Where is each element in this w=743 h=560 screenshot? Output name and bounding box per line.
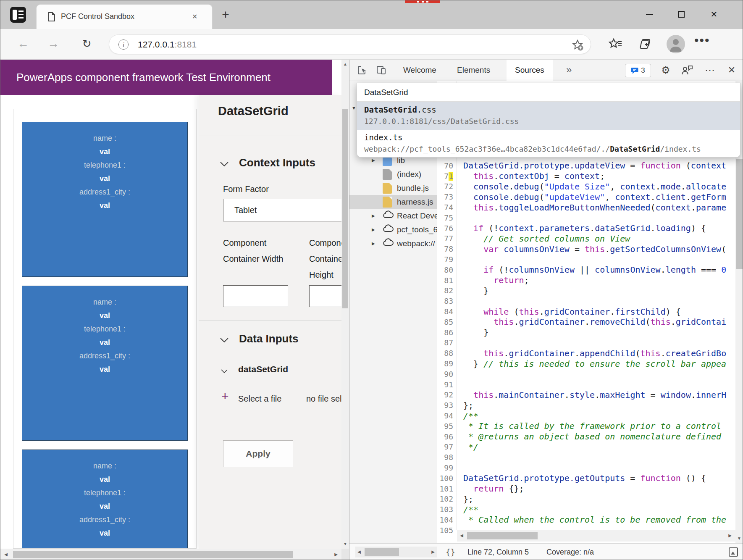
file-tree-item--index-[interactable]: (index) [349,167,437,181]
code-line[interactable]: 90 [437,369,735,379]
line-number[interactable]: 75 [437,213,453,222]
devtools-close-icon[interactable]: ✕ [724,60,739,81]
window-minimize-button[interactable] [642,8,656,21]
line-number[interactable]: 102 [437,494,453,503]
scrollbar-thumb[interactable] [736,159,743,269]
quick-open-query[interactable]: DataSetGrid [357,83,740,102]
code-line[interactable]: 77 // Get sorted columns on View [437,234,735,244]
code-line[interactable]: 75 [437,213,735,223]
line-number[interactable]: 78 [437,245,453,253]
window-maximize-button[interactable] [674,8,688,21]
scroll-down-icon[interactable]: ▼ [735,535,743,542]
line-number[interactable]: 89 [437,359,453,368]
pretty-print-icon[interactable]: {} [446,544,455,560]
code-line[interactable]: 72 console.debug("Update Size", context.… [437,181,735,192]
sidebar-horizontal-scrollbar[interactable]: ◀ ▶ [355,547,437,557]
line-number[interactable]: 103 [437,505,453,514]
line-number[interactable]: 100 [437,474,453,483]
line-number[interactable]: 99 [437,463,453,472]
inspect-element-icon[interactable] [354,60,370,81]
code-line[interactable]: 85 this.gridContainer.removeChild(this.g… [437,317,735,327]
line-number[interactable]: 96 [437,432,453,441]
line-number[interactable]: 90 [437,370,453,379]
line-number[interactable]: 83 [437,297,453,305]
code-line[interactable]: 94/** [437,410,735,421]
tree-collapsed-icon[interactable]: ▶ [372,227,378,232]
url-text[interactable]: 127.0.0.1:8181 [138,35,197,54]
scrollbar-thumb[interactable] [342,109,348,308]
add-favorite-icon[interactable] [571,39,584,51]
gear-icon[interactable]: ⚙ [658,60,673,81]
scrollbar-thumb[interactable] [13,551,293,558]
tab-close-icon[interactable]: ✕ [192,5,197,29]
address-bar[interactable]: i 127.0.0.1:8181 [109,34,591,54]
select-file-link[interactable]: Select a file [238,394,281,404]
container-height-input[interactable] [309,285,341,307]
forward-button[interactable]: → [45,29,62,59]
code-line[interactable]: 74 this.toggleLoadMoreButtonWhenNeeded(c… [437,202,735,213]
chevron-down-icon[interactable] [221,369,228,374]
quick-open-dialog[interactable]: DataSetGrid DataSetGrid.css127.0.0.1:818… [357,83,740,158]
code-line[interactable]: 102}; [437,494,735,505]
code-line[interactable]: 83 [437,296,735,306]
line-number[interactable]: 87 [437,338,453,347]
scroll-left-icon[interactable]: ◀ [2,551,10,558]
device-toolbar-icon[interactable] [374,60,389,81]
more-tabs-icon[interactable]: » [566,60,572,81]
form-factor-select[interactable]: Tablet [223,199,341,221]
line-number[interactable]: 77 [437,234,453,243]
code-line[interactable]: 80 if (!columnsOnView || columnsOnView.l… [437,265,735,275]
line-number[interactable]: 97 [437,442,453,451]
vertical-tabs-icon[interactable] [9,5,27,24]
tab-sources[interactable]: Sources [515,60,544,81]
line-number[interactable]: 76 [437,224,453,233]
devtools-menu-icon[interactable]: ⋯ [702,60,717,81]
context-inputs-heading[interactable]: Context Inputs [239,156,315,169]
code-line[interactable]: 73 console.debug("updateView", context.c… [437,192,735,202]
line-number[interactable]: 86 [437,328,453,337]
file-tree-item-react-devel[interactable]: ▶React Devel [349,209,437,223]
line-number[interactable]: 101 [437,484,453,493]
code-line[interactable]: 86 } [437,327,735,338]
scroll-right-icon[interactable]: ▶ [726,532,734,539]
scroll-left-icon[interactable]: ◀ [355,548,363,556]
file-tree-item-bundle-js[interactable]: bundle.js [349,181,437,195]
record-card[interactable]: name :valtelephone1 :valaddress1_city :v… [22,286,188,441]
line-number[interactable]: 88 [437,349,453,358]
code-line[interactable]: 93}; [437,400,735,410]
feedback-icon[interactable] [679,60,696,81]
profile-avatar[interactable] [667,35,685,53]
tree-collapsed-icon[interactable]: ▶ [372,158,378,163]
code-line[interactable]: 96 * @returns an object based on nomencl… [437,431,735,442]
tab-elements[interactable]: Elements [457,60,490,81]
code-line[interactable]: 70DataSetGrid.prototype.updateView = fun… [437,160,735,171]
tab-welcome[interactable]: Welcome [403,60,436,81]
browser-tab[interactable]: PCF Control Sandbox ✕ [36,4,213,29]
line-number[interactable]: 81 [437,276,453,285]
quick-open-result[interactable]: index.tswebpack://pcf_tools_652ac3f36e…4… [357,130,740,158]
scroll-right-icon[interactable]: ▶ [332,551,340,558]
tree-expanded-icon[interactable]: ▼ [352,105,356,110]
refresh-button[interactable]: ↻ [79,29,95,59]
quick-open-result[interactable]: DataSetGrid.css127.0.0.1:8181/css/DataSe… [357,102,740,130]
data-inputs-heading[interactable]: Data Inputs [239,332,299,345]
code-line[interactable]: 71 this.contextObj = context; [437,171,735,181]
code-lines[interactable]: 70DataSetGrid.prototype.updateView = fun… [437,160,735,536]
code-line[interactable]: 89 } // this is needed to ensure the scr… [437,358,735,369]
line-number[interactable]: 73 [437,192,453,201]
code-line[interactable]: 97 */ [437,442,735,452]
favorites-icon[interactable] [607,36,624,53]
line-number[interactable]: 91 [437,380,453,389]
window-close-button[interactable]: ✕ [707,8,721,21]
scrollbar-thumb[interactable] [467,532,538,539]
dataset-name[interactable]: dataSetGrid [238,364,288,374]
code-line[interactable]: 84 while (this.gridContainer.firstChild)… [437,306,735,317]
code-line[interactable]: 92 this.mainContainer.style.maxHeight = … [437,390,735,400]
code-line[interactable]: 91 [437,379,735,390]
record-card[interactable]: name :valtelephone1 :valaddress1_city :v… [22,122,188,277]
line-number[interactable]: 104 [437,515,453,524]
apply-button[interactable]: Apply [223,440,293,467]
editor-horizontal-scrollbar[interactable]: ◀ ▶ [457,530,735,542]
line-number[interactable]: 71 [437,172,453,181]
drawer-icon[interactable] [729,547,738,557]
